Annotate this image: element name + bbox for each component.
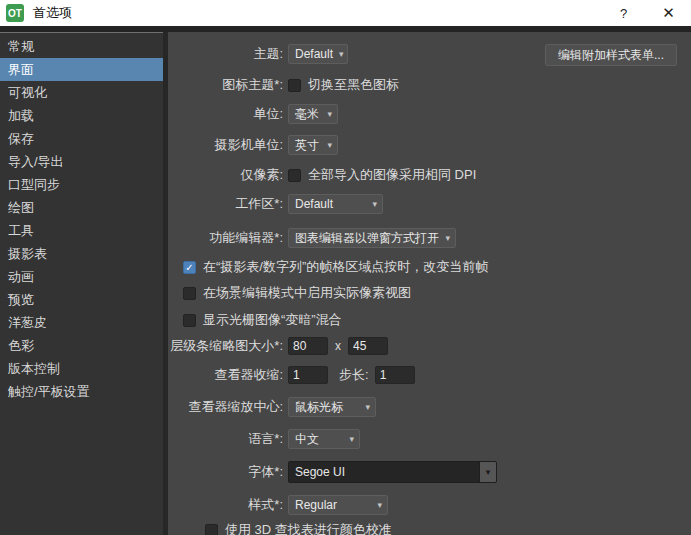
thumbnail-size-value1-input[interactable] xyxy=(288,337,328,355)
camera-unit-label: 摄影机单位: xyxy=(168,136,283,154)
font-row: 字体*:Segoe UI▾ xyxy=(168,461,691,483)
unit-dropdown[interactable]: 毫米▾ xyxy=(288,104,338,124)
viewer-shrink-value2-input[interactable] xyxy=(375,366,415,384)
viewer-shrink-second-label: 步长: xyxy=(339,366,369,384)
language-value: 中文 xyxy=(295,431,319,448)
color-calibration-checkbox-label: 使用 3D 查找表进行颜色校准 xyxy=(225,521,392,535)
titlebar-buttons: ? ✕ xyxy=(601,0,691,26)
viewer-shrink-label: 查看器收缩: xyxy=(168,366,283,384)
function-editor-label: 功能编辑器*: xyxy=(168,229,283,247)
theme-value: Default xyxy=(295,47,333,61)
sidebar-item-14[interactable]: 版本控制 xyxy=(0,357,163,380)
icon-theme-checkbox-label: 切换至黑色图标 xyxy=(308,76,399,94)
function-editor-row: 功能编辑器*:图表编辑器以弹窗方式打开▾ xyxy=(168,227,691,249)
chevron-down-icon: ▾ xyxy=(327,140,332,150)
style-dropdown[interactable]: Regular▾ xyxy=(288,495,388,515)
pixels-only-row: 仅像素:全部导入的图像采用相同 DPI xyxy=(168,164,691,186)
function-editor-value: 图表编辑器以弹窗方式打开 xyxy=(295,230,439,247)
theme-dropdown[interactable]: Default▾ xyxy=(288,44,348,64)
cell-click-checkbox-label: 在“摄影表/数字列”的帧格区域点按时，改变当前帧 xyxy=(203,258,488,276)
theme-label: 主题: xyxy=(168,45,283,63)
sidebar-item-7[interactable]: 绘图 xyxy=(0,196,163,219)
unit-label: 单位: xyxy=(168,105,283,123)
sidebar-item-3[interactable]: 加载 xyxy=(0,104,163,127)
pixels-only-label: 仅像素: xyxy=(168,166,283,184)
chevron-down-icon: ▾ xyxy=(327,109,332,119)
style-value: Regular xyxy=(295,498,337,512)
sidebar-item-10[interactable]: 动画 xyxy=(0,265,163,288)
icon-theme-checkbox[interactable] xyxy=(288,79,301,92)
sidebar-item-13[interactable]: 色彩 xyxy=(0,334,163,357)
viewer-shrink-value1-input[interactable] xyxy=(288,366,328,384)
pixels-only-checkbox-label: 全部导入的图像采用相同 DPI xyxy=(308,166,476,184)
chevron-down-icon: ▾ xyxy=(377,500,382,510)
sidebar-item-4[interactable]: 保存 xyxy=(0,127,163,150)
chevron-down-icon: ▾ xyxy=(372,199,377,209)
titlebar: OT 首选项 ? ✕ xyxy=(0,0,691,26)
room-label: 工作区*: xyxy=(168,195,283,213)
room-row: 工作区*:Default▾ xyxy=(168,193,691,215)
sidebar-item-8[interactable]: 工具 xyxy=(0,219,163,242)
camera-unit-value: 英寸 xyxy=(295,137,319,154)
chevron-down-icon: ▾ xyxy=(349,434,354,444)
cell-click-checkbox[interactable]: ✓ xyxy=(183,261,196,274)
color-calibration-checkbox[interactable] xyxy=(205,524,218,535)
icon-theme-label: 图标主题*: xyxy=(168,76,283,94)
font-value: Segoe UI xyxy=(289,465,479,479)
raster-darken-row: 显示光栅图像“变暗”混合 xyxy=(168,309,691,331)
camera-unit-row: 摄影机单位:英寸▾ xyxy=(168,134,691,156)
chevron-down-icon: ▾ xyxy=(486,467,491,477)
language-row: 语言*:中文▾ xyxy=(168,428,691,450)
unit-value: 毫米 xyxy=(295,106,319,123)
thumbnail-size-value2-input[interactable] xyxy=(348,337,388,355)
style-row: 样式*:Regular▾ xyxy=(168,494,691,516)
chevron-down-icon: ▾ xyxy=(339,49,344,59)
actual-pixel-view-checkbox[interactable] xyxy=(183,287,196,300)
style-label: 样式*: xyxy=(168,496,283,514)
sidebar-item-9[interactable]: 摄影表 xyxy=(0,242,163,265)
actual-pixel-view-checkbox-label: 在场景编辑模式中启用实际像素视图 xyxy=(203,284,411,302)
sidebar-item-12[interactable]: 洋葱皮 xyxy=(0,311,163,334)
zoom-center-dropdown[interactable]: 鼠标光标▾ xyxy=(288,397,376,417)
help-button[interactable]: ? xyxy=(601,0,646,26)
camera-unit-dropdown[interactable]: 英寸▾ xyxy=(288,135,338,155)
viewer-shrink-row: 查看器收缩:步长: xyxy=(168,364,691,386)
room-dropdown[interactable]: Default▾ xyxy=(288,194,383,214)
font-dropdown-button[interactable]: ▾ xyxy=(479,462,496,482)
raster-darken-checkbox-label: 显示光栅图像“变暗”混合 xyxy=(203,311,342,329)
zoom-center-value: 鼠标光标 xyxy=(295,399,343,416)
chevron-down-icon: ▾ xyxy=(445,233,450,243)
actual-pixel-view-row: 在场景编辑模式中启用实际像素视图 xyxy=(168,282,691,304)
settings-panel: 编辑附加样式表单... 主题:Default▾图标主题*:切换至黑色图标单位:毫… xyxy=(168,32,691,535)
close-button[interactable]: ✕ xyxy=(646,0,691,26)
chevron-down-icon: ▾ xyxy=(365,402,370,412)
category-sidebar: 常规界面可视化加载保存导入/导出口型同步绘图工具摄影表动画预览洋葱皮色彩版本控制… xyxy=(0,32,163,535)
sidebar-item-1[interactable]: 界面 xyxy=(0,58,163,81)
sidebar-item-2[interactable]: 可视化 xyxy=(0,81,163,104)
language-dropdown[interactable]: 中文▾ xyxy=(288,429,360,449)
unit-row: 单位:毫米▾ xyxy=(168,103,691,125)
pixels-only-checkbox[interactable] xyxy=(288,169,301,182)
language-label: 语言*: xyxy=(168,430,283,448)
theme-row: 主题:Default▾ xyxy=(168,43,691,65)
color-calibration-row: 使用 3D 查找表进行颜色校准 xyxy=(168,519,691,535)
thumbnail-size-label: 层级条缩略图大小*: xyxy=(168,337,283,355)
thumbnail-size-row: 层级条缩略图大小*:x xyxy=(168,335,691,357)
app-logo-icon: OT xyxy=(6,4,24,22)
sidebar-item-6[interactable]: 口型同步 xyxy=(0,173,163,196)
thumbnail-size-separator: x xyxy=(335,339,341,353)
zoom-center-row: 查看器缩放中心:鼠标光标▾ xyxy=(168,396,691,418)
zoom-center-label: 查看器缩放中心: xyxy=(168,398,283,416)
room-value: Default xyxy=(295,197,333,211)
window-title: 首选项 xyxy=(33,4,72,22)
font-combobox[interactable]: Segoe UI▾ xyxy=(288,461,497,483)
sidebar-item-0[interactable]: 常规 xyxy=(0,35,163,58)
sidebar-item-15[interactable]: 触控/平板设置 xyxy=(0,380,163,403)
category-list: 常规界面可视化加载保存导入/导出口型同步绘图工具摄影表动画预览洋葱皮色彩版本控制… xyxy=(0,33,163,403)
sidebar-item-5[interactable]: 导入/导出 xyxy=(0,150,163,173)
raster-darken-checkbox[interactable] xyxy=(183,314,196,327)
font-label: 字体*: xyxy=(168,463,283,481)
cell-click-row: ✓在“摄影表/数字列”的帧格区域点按时，改变当前帧 xyxy=(168,256,691,278)
sidebar-item-11[interactable]: 预览 xyxy=(0,288,163,311)
function-editor-dropdown[interactable]: 图表编辑器以弹窗方式打开▾ xyxy=(288,228,456,248)
